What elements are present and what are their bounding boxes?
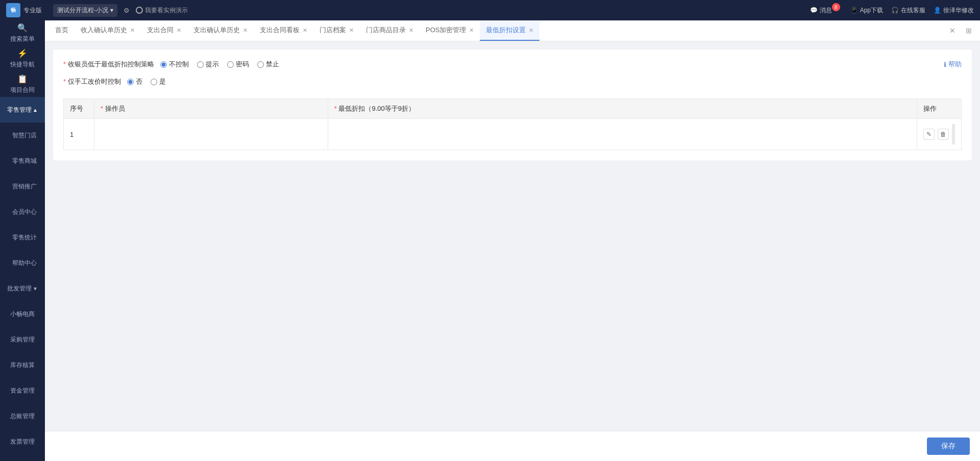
sidebar-item-tax[interactable]: 税务管理 bbox=[0, 454, 45, 461]
radio-manual-yes[interactable]: 是 bbox=[151, 77, 166, 86]
sidebar-item-wholesale[interactable]: 批发管理 ▼ bbox=[0, 276, 45, 301]
project-selector[interactable]: 测试分开流程-小况 ▾ bbox=[53, 4, 117, 17]
th-actions: 操作 bbox=[917, 99, 962, 119]
tab-bar: 首页 收入确认单历史 ✕ 支出合同 ✕ 支出确认单历史 ✕ 支出合同看板 ✕ 门… bbox=[45, 20, 980, 41]
edit-row-btn[interactable]: ✎ bbox=[923, 129, 935, 140]
help-circle-icon: ℹ bbox=[944, 61, 946, 68]
wholesale-label: 批发管理 bbox=[7, 284, 32, 293]
radio-no-control[interactable]: 不控制 bbox=[160, 60, 189, 69]
purchase-label: 采购管理 bbox=[10, 335, 35, 344]
download-icon: 📱 bbox=[850, 7, 858, 14]
tab-store-goods-close[interactable]: ✕ bbox=[409, 28, 413, 33]
radio-prompt-input[interactable] bbox=[197, 61, 204, 68]
marketing-label: 营销推广 bbox=[12, 182, 37, 191]
content-area: 首页 收入确认单历史 ✕ 支出合同 ✕ 支出确认单历史 ✕ 支出合同看板 ✕ 门… bbox=[45, 20, 980, 461]
sidebar-item-invoice[interactable]: 发票管理 bbox=[0, 429, 45, 454]
cell-min-discount bbox=[328, 119, 917, 150]
radio-no-control-label: 不控制 bbox=[169, 60, 189, 69]
row-drag-handle[interactable] bbox=[952, 124, 955, 144]
control-strategy-radio-group: 不控制 提示 密码 禁 bbox=[160, 60, 279, 69]
tab-payment-contract[interactable]: 支出合同 ✕ bbox=[141, 20, 187, 41]
tab-payment-confirm-label: 支出确认单历史 bbox=[193, 26, 240, 35]
th-min-discount: 最低折扣（9.00等于9折） bbox=[328, 99, 917, 119]
sidebar-item-retail[interactable]: 零售管理 ▲ bbox=[0, 97, 45, 123]
manual-control-row: 仅手工改价时控制 否 是 bbox=[63, 77, 962, 86]
tab-store-goods[interactable]: 门店商品目录 ✕ bbox=[360, 20, 420, 41]
retail-label: 零售管理 bbox=[7, 106, 32, 114]
tab-bar-actions: ✕ ⊞ bbox=[945, 25, 976, 37]
radio-manual-no-input[interactable] bbox=[127, 79, 134, 85]
smart-store-label: 智慧门店 bbox=[12, 131, 37, 140]
cell-actions: ✎ 🗑 bbox=[917, 119, 962, 150]
sidebar-item-marketing[interactable]: 营销推广 bbox=[0, 174, 45, 199]
sidebar-item-ledger[interactable]: 总账管理 bbox=[0, 403, 45, 429]
manual-control-radio-group: 否 是 bbox=[127, 77, 166, 86]
inventory-label: 库存核算 bbox=[10, 361, 35, 370]
project-name: 测试分开流程-小况 bbox=[57, 6, 108, 15]
online-service-btn[interactable]: 🎧 在线客服 bbox=[891, 6, 925, 15]
sidebar-item-retail-stats[interactable]: 零售统计 bbox=[0, 225, 45, 250]
user-name: 徐泽华修改 bbox=[943, 6, 974, 15]
tab-payment-board[interactable]: 支出合同看板 ✕ bbox=[254, 20, 313, 41]
sidebar-item-ecommerce[interactable]: 小畅电商 bbox=[0, 301, 45, 327]
tab-store-file-close[interactable]: ✕ bbox=[349, 28, 354, 33]
radio-manual-no[interactable]: 否 bbox=[127, 77, 142, 86]
tab-expand-btn[interactable]: ⊞ bbox=[962, 25, 976, 37]
sidebar-item-contract[interactable]: 📋 项目合同 bbox=[0, 71, 45, 97]
radio-forbid-input[interactable] bbox=[257, 61, 264, 68]
tab-pos-password-close[interactable]: ✕ bbox=[469, 28, 474, 33]
sidebar-item-finance[interactable]: 资金管理 bbox=[0, 378, 45, 403]
sidebar-item-help[interactable]: 帮助中心 bbox=[0, 250, 45, 276]
table-container: 序号 操作员 最低折扣（9.00等于9折） 操作 1 bbox=[63, 94, 962, 150]
user-profile-btn[interactable]: 👤 徐泽华修改 bbox=[934, 6, 974, 15]
member-label: 会员中心 bbox=[12, 208, 37, 216]
tab-payment-contract-close[interactable]: ✕ bbox=[177, 28, 181, 33]
sidebar-item-quicknav[interactable]: ⚡ 快捷导航 bbox=[0, 46, 45, 71]
sidebar-item-search[interactable]: 🔍 搜索菜单 bbox=[0, 20, 45, 46]
tab-min-discount[interactable]: 最低折扣设置 ✕ bbox=[480, 20, 540, 41]
tab-income-confirm[interactable]: 收入确认单历史 ✕ bbox=[75, 20, 141, 41]
radio-password-input[interactable] bbox=[227, 61, 234, 68]
sidebar-item-purchase[interactable]: 采购管理 bbox=[0, 327, 45, 352]
help-link[interactable]: ℹ 帮助 bbox=[944, 60, 962, 69]
sidebar: 🔍 搜索菜单 ⚡ 快捷导航 📋 项目合同 零售管理 ▲ 智慧门店 零售商城 营销… bbox=[0, 20, 45, 461]
user-avatar-icon: 👤 bbox=[934, 7, 941, 14]
radio-password-label: 密码 bbox=[236, 60, 249, 69]
demo-link[interactable]: 我要看实例演示 bbox=[136, 6, 188, 15]
settings-icon[interactable]: ⚙ bbox=[124, 7, 130, 14]
tab-close-all-btn[interactable]: ✕ bbox=[945, 25, 960, 37]
messages-label: 消息 bbox=[820, 6, 832, 15]
app-download-label: App下载 bbox=[860, 6, 883, 15]
tab-pos-password[interactable]: POS加密管理 ✕ bbox=[420, 20, 480, 41]
demo-text: 我要看实例演示 bbox=[145, 6, 188, 15]
service-icon: 🎧 bbox=[891, 7, 899, 14]
tab-payment-board-close[interactable]: ✕ bbox=[303, 28, 307, 33]
tab-payment-confirm-close[interactable]: ✕ bbox=[243, 28, 248, 33]
tab-min-discount-close[interactable]: ✕ bbox=[529, 28, 533, 33]
save-button[interactable]: 保存 bbox=[927, 438, 970, 455]
radio-prompt[interactable]: 提示 bbox=[197, 60, 219, 69]
delete-row-btn[interactable]: 🗑 bbox=[938, 129, 949, 140]
radio-no-control-input[interactable] bbox=[160, 61, 167, 68]
sidebar-item-mall[interactable]: 零售商城 bbox=[0, 148, 45, 174]
sidebar-item-inventory[interactable]: 库存核算 bbox=[0, 352, 45, 378]
tab-income-confirm-close[interactable]: ✕ bbox=[130, 28, 135, 33]
bottom-bar: 保存 bbox=[45, 431, 980, 461]
radio-forbid[interactable]: 禁止 bbox=[257, 60, 279, 69]
finance-label: 资金管理 bbox=[10, 386, 35, 395]
sidebar-item-smart-store[interactable]: 智慧门店 bbox=[0, 123, 45, 148]
tab-home[interactable]: 首页 bbox=[49, 20, 75, 41]
tab-payment-confirm[interactable]: 支出确认单历史 ✕ bbox=[187, 20, 254, 41]
message-icon: 💬 bbox=[810, 7, 818, 14]
tab-income-confirm-label: 收入确认单历史 bbox=[81, 26, 127, 35]
retail-stats-label: 零售统计 bbox=[12, 233, 37, 242]
help-text: 帮助 bbox=[948, 60, 962, 69]
radio-manual-yes-input[interactable] bbox=[151, 79, 157, 85]
radio-password[interactable]: 密码 bbox=[227, 60, 249, 69]
sidebar-item-member[interactable]: 会员中心 bbox=[0, 199, 45, 225]
app-download-btn[interactable]: 📱 App下载 bbox=[850, 6, 883, 15]
tab-home-label: 首页 bbox=[55, 26, 68, 35]
messages-btn[interactable]: 💬 消息 8 bbox=[810, 6, 842, 15]
sidebar-label-quicknav: 快捷导航 bbox=[10, 60, 35, 69]
tab-store-file[interactable]: 门店档案 ✕ bbox=[313, 20, 360, 41]
